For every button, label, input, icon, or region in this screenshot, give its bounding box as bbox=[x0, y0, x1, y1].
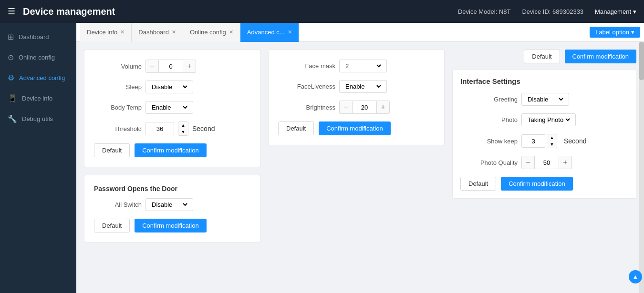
app-title: Device management bbox=[23, 6, 450, 17]
sidebar-item-advanced-config[interactable]: ⚙ Advanced config bbox=[0, 68, 76, 88]
panel-basic-settings: Volume − + Sleep Disable Enable bbox=[84, 50, 260, 167]
scrollbar[interactable] bbox=[639, 42, 644, 293]
face-liveness-select[interactable]: Enable Disable bbox=[343, 82, 383, 91]
body-temp-select-box[interactable]: Enable Disable bbox=[145, 101, 193, 114]
threshold-input[interactable] bbox=[145, 122, 174, 135]
content-grid: Volume − + Sleep Disable Enable bbox=[84, 50, 636, 242]
panel1-default-button[interactable]: Default bbox=[94, 143, 130, 157]
dashboard-icon: ⊞ bbox=[8, 32, 14, 41]
interface-settings-title: Interface Settings bbox=[460, 77, 628, 85]
brightness-row: Brightness − + bbox=[278, 101, 435, 114]
tab-close-online-config[interactable]: ✕ bbox=[229, 29, 233, 35]
face-mask-label: Face mask bbox=[278, 62, 335, 70]
face-liveness-row: FaceLiveness Enable Disable bbox=[278, 80, 435, 93]
password-confirm-button[interactable]: Confirm modification bbox=[135, 219, 207, 232]
label-option-chevron: ▾ bbox=[631, 29, 634, 36]
photo-select[interactable]: Taking Photo No Photo bbox=[526, 116, 571, 124]
volume-increase-button[interactable]: + bbox=[183, 60, 196, 73]
greeting-select-box[interactable]: Disable Enable bbox=[521, 93, 569, 106]
interface-default-button[interactable]: Default bbox=[460, 177, 496, 191]
all-switch-row: All Switch Disable Enable bbox=[94, 198, 250, 211]
threshold-suffix: Second bbox=[192, 125, 215, 132]
tab-label-advanced-config: Advanced c... bbox=[247, 29, 285, 36]
online-config-icon: ⊙ bbox=[8, 53, 14, 62]
brightness-decrease-button[interactable]: − bbox=[339, 101, 353, 114]
face-mask-select[interactable]: 2 1 0 bbox=[343, 62, 383, 70]
show-keep-down-button[interactable]: ▼ bbox=[547, 141, 557, 148]
show-keep-spin-group: ▲ ▼ bbox=[521, 134, 557, 148]
tab-dashboard[interactable]: Dashboard ✕ bbox=[132, 23, 183, 42]
device-info-bar: Device Model: N8T Device ID: 689302333 M… bbox=[458, 8, 636, 15]
scroll-top-button[interactable]: ▲ bbox=[629, 270, 642, 283]
scrollbar-thumb[interactable] bbox=[639, 42, 644, 80]
threshold-up-button[interactable]: ▲ bbox=[178, 122, 188, 129]
threshold-down-button[interactable]: ▼ bbox=[178, 129, 188, 135]
topbar: ☰ Device management Device Model: N8T De… bbox=[0, 0, 644, 23]
show-keep-label: Show keep bbox=[460, 138, 518, 145]
greeting-select[interactable]: Disable Enable bbox=[526, 95, 565, 103]
photo-quality-stepper: − + bbox=[521, 156, 572, 169]
tab-advanced-config[interactable]: Advanced c... ✕ bbox=[240, 23, 299, 42]
device-info-icon: 📱 bbox=[8, 94, 17, 103]
photo-quality-input[interactable] bbox=[535, 156, 559, 169]
panel1-button-row: Default Confirm modification bbox=[94, 143, 250, 157]
tab-device-info[interactable]: Device info ✕ bbox=[80, 23, 132, 42]
label-option-button[interactable]: Label option ▾ bbox=[590, 27, 640, 38]
interface-confirm-button[interactable]: Confirm modification bbox=[501, 177, 573, 191]
panel2-confirm-button[interactable]: Confirm modification bbox=[319, 121, 391, 135]
sidebar: ⊞ Dashboard ⊙ Online config ⚙ Advanced c… bbox=[0, 23, 76, 293]
show-keep-suffix: Second bbox=[564, 137, 586, 145]
tab-close-device-info[interactable]: ✕ bbox=[120, 29, 125, 35]
brightness-input[interactable] bbox=[353, 101, 376, 114]
sidebar-label-online-config: Online config bbox=[19, 54, 55, 61]
photo-row: Photo Taking Photo No Photo bbox=[460, 113, 628, 126]
all-switch-select[interactable]: Disable Enable bbox=[150, 201, 189, 209]
tab-close-advanced-config[interactable]: ✕ bbox=[288, 29, 292, 35]
panel-face-settings: Face mask 2 1 0 FaceLiveness Enable Disa… bbox=[268, 50, 445, 145]
panel3-top-confirm-button[interactable]: Confirm modification bbox=[565, 50, 637, 63]
photo-quality-label: Photo Quality bbox=[460, 159, 518, 166]
panel1-confirm-button[interactable]: Confirm modification bbox=[135, 143, 207, 157]
all-switch-select-box[interactable]: Disable Enable bbox=[145, 198, 193, 211]
face-liveness-select-box[interactable]: Enable Disable bbox=[339, 80, 387, 93]
tab-online-config[interactable]: Online config ✕ bbox=[183, 23, 240, 42]
interface-settings-card: Interface Settings Greeting Disable Enab… bbox=[452, 69, 636, 199]
password-panel: Password Opens the Door All Switch Disab… bbox=[84, 175, 260, 242]
sidebar-item-device-info[interactable]: 📱 Device info bbox=[0, 88, 76, 109]
management-button[interactable]: Management ▾ bbox=[595, 8, 636, 15]
brightness-increase-button[interactable]: + bbox=[376, 101, 390, 114]
sleep-label: Sleep bbox=[94, 83, 142, 91]
body-temp-select[interactable]: Enable Disable bbox=[150, 103, 189, 111]
sidebar-item-online-config[interactable]: ⊙ Online config bbox=[0, 47, 76, 68]
show-keep-up-button[interactable]: ▲ bbox=[547, 134, 557, 141]
photo-select-box[interactable]: Taking Photo No Photo bbox=[521, 113, 576, 126]
photo-quality-decrease-button[interactable]: − bbox=[521, 156, 535, 169]
sidebar-label-dashboard: Dashboard bbox=[19, 33, 49, 40]
panel2-button-row: Default Confirm modification bbox=[278, 121, 435, 135]
panel2-default-button[interactable]: Default bbox=[278, 121, 314, 135]
right-column: Default Confirm modification Interface S… bbox=[452, 50, 636, 199]
menu-icon[interactable]: ☰ bbox=[8, 6, 15, 17]
device-id: Device ID: 689302333 bbox=[522, 8, 583, 15]
photo-quality-increase-button[interactable]: + bbox=[559, 156, 572, 169]
sidebar-item-dashboard[interactable]: ⊞ Dashboard bbox=[0, 27, 76, 47]
sleep-select[interactable]: Disable Enable bbox=[150, 83, 189, 91]
threshold-row: Threshold ▲ ▼ Second bbox=[94, 121, 250, 136]
label-option-text: Label option bbox=[595, 29, 629, 36]
tab-close-dashboard[interactable]: ✕ bbox=[172, 29, 176, 35]
sleep-select-box[interactable]: Disable Enable bbox=[145, 81, 193, 93]
show-keep-input[interactable] bbox=[521, 134, 545, 148]
volume-decrease-button[interactable]: − bbox=[145, 60, 159, 73]
volume-label: Volume bbox=[94, 63, 142, 70]
face-mask-row: Face mask 2 1 0 bbox=[278, 60, 435, 72]
panel3-top-default-button[interactable]: Default bbox=[524, 50, 560, 63]
password-default-button[interactable]: Default bbox=[94, 219, 130, 232]
volume-input[interactable] bbox=[159, 60, 183, 73]
main-content: Volume − + Sleep Disable Enable bbox=[76, 42, 644, 293]
brightness-stepper: − + bbox=[339, 101, 390, 114]
sidebar-label-device-info: Device info bbox=[22, 95, 52, 102]
face-mask-select-box[interactable]: 2 1 0 bbox=[339, 60, 387, 72]
debug-utils-icon: 🔧 bbox=[8, 114, 17, 123]
greeting-label: Greeting bbox=[460, 96, 518, 103]
sidebar-item-debug-utils[interactable]: 🔧 Debug utils bbox=[0, 109, 76, 129]
